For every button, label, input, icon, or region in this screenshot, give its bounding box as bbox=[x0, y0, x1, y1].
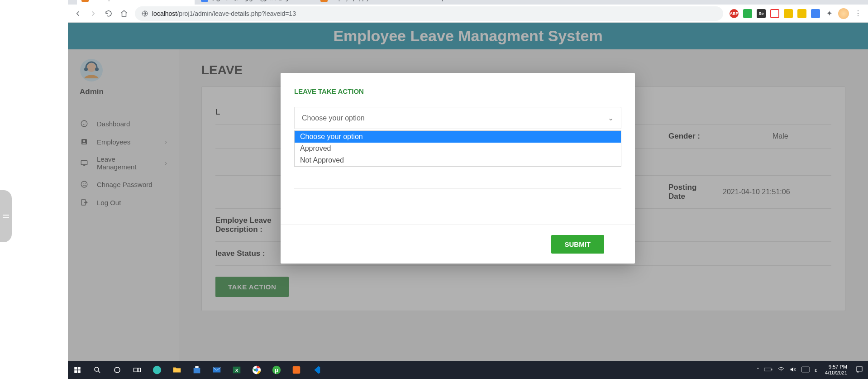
svg-text:X: X bbox=[235, 368, 238, 373]
chevron-right-icon: › bbox=[165, 159, 167, 167]
file-explorer-icon[interactable] bbox=[172, 365, 182, 375]
cortana-icon[interactable] bbox=[112, 365, 122, 375]
svg-rect-39 bbox=[857, 367, 862, 371]
browser-toolbar: localhost/proj1/admin/leave-details.php?… bbox=[68, 5, 868, 23]
chrome-icon[interactable] bbox=[252, 365, 262, 375]
take-action-button[interactable]: TAKE ACTION bbox=[215, 277, 289, 297]
select-option[interactable]: Approved bbox=[295, 143, 621, 154]
svg-rect-20 bbox=[78, 370, 81, 373]
tab-favicon bbox=[201, 0, 208, 2]
user-avatar bbox=[80, 58, 103, 82]
excel-icon[interactable]: X bbox=[232, 365, 242, 375]
browser-tab[interactable]: Employe | Apply Leave × bbox=[316, 0, 434, 5]
svg-rect-17 bbox=[74, 367, 77, 369]
store-icon[interactable] bbox=[192, 365, 202, 375]
close-icon[interactable]: × bbox=[425, 0, 429, 2]
utorrent-icon[interactable]: μ bbox=[272, 365, 281, 375]
search-icon[interactable] bbox=[92, 365, 102, 375]
browser-tab[interactable]: Admin | Leave Details × bbox=[77, 0, 195, 5]
sidebar-item-label: Employees bbox=[97, 138, 130, 146]
svg-point-13 bbox=[81, 181, 87, 187]
forward-icon[interactable] bbox=[89, 9, 98, 18]
svg-point-8 bbox=[83, 125, 84, 125]
opera-icon[interactable] bbox=[770, 9, 779, 18]
sidebar-item-logout[interactable]: Log Out bbox=[68, 193, 179, 211]
svg-rect-19 bbox=[74, 370, 77, 373]
extension-icon[interactable] bbox=[784, 9, 793, 18]
close-icon[interactable]: × bbox=[306, 0, 310, 2]
svg-point-14 bbox=[83, 183, 84, 184]
svg-point-22 bbox=[114, 367, 120, 373]
svg-point-15 bbox=[85, 183, 86, 184]
svg-point-7 bbox=[85, 123, 86, 124]
monitor-icon bbox=[80, 158, 89, 168]
sidebar-item-label: Leave Management bbox=[97, 155, 157, 171]
extension-icon[interactable] bbox=[797, 9, 806, 18]
start-icon[interactable] bbox=[72, 365, 82, 375]
chevron-down-icon: ⌄ bbox=[608, 114, 614, 122]
tray-chevron-icon[interactable]: ˄ bbox=[757, 367, 759, 373]
xampp-icon[interactable] bbox=[291, 365, 301, 375]
svg-point-11 bbox=[83, 140, 86, 142]
notifications-icon[interactable] bbox=[855, 365, 863, 374]
sidebar-username: Admin bbox=[80, 87, 179, 96]
address-bar[interactable]: localhost/proj1/admin/leave-details.php?… bbox=[135, 6, 723, 21]
home-icon[interactable] bbox=[119, 9, 129, 18]
clock[interactable]: 9:57 PM 4/10/2021 bbox=[821, 364, 851, 376]
wifi-icon[interactable] bbox=[777, 366, 785, 374]
sidebar: Admin Dashboard Employees › Leave Manage… bbox=[68, 49, 179, 361]
select-option[interactable]: Choose your option bbox=[295, 131, 621, 143]
back-icon[interactable] bbox=[73, 9, 82, 18]
edge-icon[interactable] bbox=[152, 365, 162, 375]
new-tab-button[interactable]: + bbox=[435, 0, 450, 5]
extension-icons: ABP Se ✦ ⋮ bbox=[730, 8, 863, 19]
select-dropdown: Choose your option Approved Not Approved bbox=[294, 130, 621, 167]
sidebar-item-label: Chnage Password bbox=[97, 181, 153, 188]
svg-point-9 bbox=[85, 125, 86, 125]
sidebar-item-dashboard[interactable]: Dashboard bbox=[68, 115, 179, 133]
status-select[interactable]: Choose your option ⌄ bbox=[294, 107, 621, 129]
svg-point-21 bbox=[95, 367, 99, 371]
svg-rect-38 bbox=[801, 367, 810, 372]
extensions-icon[interactable]: ✦ bbox=[825, 9, 834, 18]
description-input[interactable] bbox=[294, 180, 621, 188]
volume-icon[interactable] bbox=[789, 366, 796, 374]
side-panel-handle[interactable] bbox=[0, 190, 12, 242]
submit-button[interactable]: SUBMIT bbox=[551, 235, 605, 254]
extension-icon[interactable] bbox=[743, 9, 752, 18]
vscode-icon[interactable] bbox=[311, 365, 321, 375]
reload-icon[interactable] bbox=[104, 9, 113, 18]
gender-value: Male bbox=[773, 132, 788, 140]
battery-icon[interactable] bbox=[764, 367, 773, 373]
tab-favicon bbox=[81, 0, 89, 2]
close-icon[interactable]: × bbox=[186, 0, 190, 2]
translate-icon[interactable] bbox=[811, 9, 820, 18]
svg-rect-26 bbox=[194, 368, 200, 373]
selenium-icon[interactable]: Se bbox=[757, 9, 766, 18]
posting-date-label: Posting Date bbox=[668, 183, 709, 201]
smile-icon bbox=[80, 180, 89, 189]
svg-point-3 bbox=[84, 67, 88, 71]
url-path: /proj1/admin/leave-details.php?leaveid=1… bbox=[177, 10, 296, 17]
svg-rect-18 bbox=[78, 367, 81, 369]
keyboard-icon[interactable] bbox=[801, 366, 810, 374]
sidebar-item-change-password[interactable]: Chnage Password bbox=[68, 175, 179, 193]
menu-icon[interactable]: ⋮ bbox=[854, 9, 863, 18]
sidebar-item-employees[interactable]: Employees › bbox=[68, 133, 179, 151]
modal-title: LEAVE TAKE ACTION bbox=[294, 87, 621, 95]
select-option[interactable]: Not Approved bbox=[295, 154, 621, 166]
mail-icon[interactable] bbox=[212, 365, 222, 375]
svg-rect-36 bbox=[764, 368, 771, 371]
abp-icon[interactable]: ABP bbox=[730, 9, 739, 18]
browser-tab[interactable]: وقف مشاريع تطوير تطبيقات الويب × bbox=[196, 0, 314, 5]
svg-rect-37 bbox=[772, 369, 773, 370]
task-view-icon[interactable] bbox=[132, 365, 142, 375]
select-value: Choose your option bbox=[302, 114, 365, 122]
svg-text:μ: μ bbox=[275, 367, 278, 374]
app-title: Employee Leave Managment System bbox=[333, 27, 602, 45]
svg-rect-12 bbox=[81, 161, 87, 165]
profile-avatar[interactable] bbox=[838, 8, 849, 19]
language-indicator[interactable]: ε bbox=[815, 367, 817, 373]
sidebar-item-label: Log Out bbox=[97, 199, 121, 206]
sidebar-item-leave-management[interactable]: Leave Management › bbox=[68, 151, 179, 175]
